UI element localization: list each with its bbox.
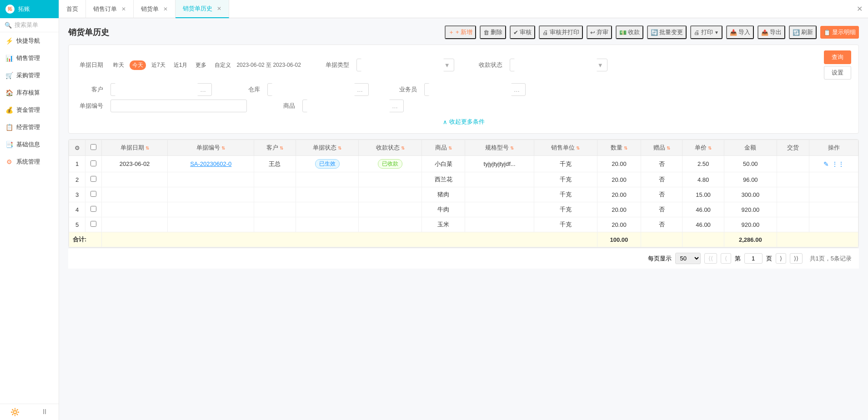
col-quantity[interactable]: 数量 ⇅	[597, 140, 641, 156]
close-window-btn[interactable]: ✕	[851, 5, 868, 13]
more-icon-1[interactable]: ⋮⋮	[832, 160, 844, 168]
sidebar-item-label-quick-nav: 快捷导航	[16, 37, 40, 45]
export-button[interactable]: 📤 导出	[758, 25, 785, 39]
per-page-select[interactable]: 50 100 200	[675, 253, 701, 264]
sales-unit-5: 千克	[534, 217, 597, 232]
sidebar-item-finance[interactable]: 💰 资金管理	[0, 101, 59, 119]
col-spec-model[interactable]: 规格型号 ⇅	[465, 140, 534, 156]
salesperson-ellipsis-btn[interactable]: …	[512, 86, 522, 93]
setting-button[interactable]: 设置	[824, 66, 851, 80]
col-sales-unit[interactable]: 销售单位 ⇅	[534, 140, 597, 156]
tab-sales-order[interactable]: 销售订单 ✕	[86, 0, 134, 18]
col-actions: 操作	[809, 140, 858, 156]
customer-ellipsis-btn[interactable]: …	[198, 86, 208, 93]
sidebar-item-system-mgmt[interactable]: ⚙ 系统管理	[0, 153, 59, 170]
batch-change-button[interactable]: 🔄 批量变更	[647, 25, 687, 39]
select-all-checkbox[interactable]	[90, 144, 96, 150]
row-checkbox-1[interactable]	[90, 160, 96, 166]
doc-no-1[interactable]: SA-20230602-0	[168, 156, 254, 172]
delete-button[interactable]: 🗑 删除	[480, 25, 506, 39]
filter-collapse-btn[interactable]: ∧ 收起更多条件	[76, 116, 851, 128]
audit-button[interactable]: ✔ 审核	[510, 25, 535, 39]
col-doc-no[interactable]: 单据编号 ⇅	[168, 140, 254, 156]
doc-no-input[interactable]	[110, 100, 247, 112]
col-goods[interactable]: 商品 ⇅	[422, 140, 465, 156]
payment-status-input[interactable]	[514, 59, 597, 71]
col-gift[interactable]: 赠品 ⇅	[641, 140, 682, 156]
customer-input[interactable]	[115, 83, 198, 96]
row-checkbox-5[interactable]	[90, 221, 96, 227]
transaction-2	[777, 172, 809, 187]
col-customer[interactable]: 客户 ⇅	[254, 140, 296, 156]
checkbox-2[interactable]	[85, 172, 102, 187]
doc-type-input[interactable]	[361, 59, 444, 71]
audit-print-button[interactable]: 🖨 审核并打印	[539, 25, 583, 39]
tab-sales-order-close[interactable]: ✕	[121, 6, 126, 12]
tab-sales-delivery[interactable]: 销货单 ✕	[134, 0, 176, 18]
refresh-button[interactable]: 🔃 刷新	[789, 25, 817, 39]
shortcut-today[interactable]: 今天	[130, 60, 146, 70]
col-checkbox-header[interactable]	[85, 140, 102, 156]
tab-sales-delivery-close[interactable]: ✕	[163, 6, 168, 12]
goods-4: 牛肉	[422, 202, 465, 217]
new-button[interactable]: ＋ + 新增	[445, 25, 476, 39]
sidebar-item-quick-nav[interactable]: ⚡ 快捷导航	[0, 32, 59, 50]
tab-sales-history-close[interactable]: ✕	[217, 5, 221, 12]
payment-status-dropdown-icon[interactable]: ▼	[597, 62, 603, 69]
row-checkbox-4[interactable]	[90, 206, 96, 212]
sidebar-item-basic-info[interactable]: 📑 基础信息	[0, 136, 59, 153]
salesperson-input[interactable]	[428, 83, 512, 96]
print-icon: 🖨	[694, 29, 700, 36]
doc-type-dropdown-icon[interactable]: ▼	[444, 62, 450, 69]
sidebar-item-operations[interactable]: 📋 经营管理	[0, 119, 59, 136]
tab-bar: 首页 销售订单 ✕ 销货单 ✕ 销货单历史 ✕ ✕	[59, 0, 868, 18]
sidebar-item-purchase-mgmt[interactable]: 🛒 采购管理	[0, 67, 59, 84]
print-button[interactable]: 🖨 打印 ▼	[690, 25, 722, 39]
abandon-button[interactable]: ↩ 弃审	[587, 25, 612, 39]
shortcut-custom[interactable]: 自定义	[212, 60, 234, 70]
show-detail-button[interactable]: 📋 显示明细	[820, 26, 859, 39]
col-doc-status[interactable]: 单据状态 ⇅	[296, 140, 359, 156]
tab-home[interactable]: 首页	[59, 0, 86, 18]
import-button[interactable]: 📥 导入	[726, 25, 754, 39]
collect-button[interactable]: 💵 收款	[616, 25, 643, 39]
first-page-btn[interactable]: ⟨⟨	[704, 253, 717, 264]
tab-sales-history[interactable]: 销货单历史 ✕	[176, 0, 229, 18]
row-checkbox-3[interactable]	[90, 191, 96, 197]
col-unit-price[interactable]: 单价 ⇅	[682, 140, 724, 156]
sidebar-collapse-icon[interactable]: 🔆	[10, 408, 20, 416]
goods-ellipsis-btn[interactable]: …	[390, 103, 400, 110]
checkbox-1[interactable]	[85, 156, 102, 172]
audit-label: 审核	[520, 28, 532, 36]
export-icon: 📤	[761, 29, 768, 36]
shortcut-1month[interactable]: 近1月	[171, 60, 191, 70]
search-menu-label[interactable]: 搜索菜单	[15, 21, 38, 29]
col-amount: 金额	[724, 140, 777, 156]
warehouse-ellipsis-btn[interactable]: …	[355, 86, 365, 93]
col-payment-status[interactable]: 收款状态 ⇅	[359, 140, 422, 156]
shortcut-more[interactable]: 更多	[193, 60, 209, 70]
page-input[interactable]	[744, 253, 763, 264]
col-doc-date[interactable]: 单据日期 ⇅	[102, 140, 168, 156]
shortcut-7days[interactable]: 近7天	[149, 60, 168, 70]
last-page-btn[interactable]: ⟩⟩	[790, 253, 803, 264]
prev-page-btn[interactable]: ⟨	[721, 253, 731, 264]
next-page-btn[interactable]: ⟩	[776, 253, 786, 264]
logo-icon: 拓	[5, 5, 15, 14]
warehouse-input[interactable]	[271, 83, 355, 96]
row-checkbox-2[interactable]	[90, 176, 96, 182]
sort-doc-date-icon: ⇅	[146, 145, 149, 150]
sidebar-item-inventory[interactable]: 🏠 库存核算	[0, 84, 59, 101]
edit-icon-1[interactable]: ✎	[823, 160, 829, 168]
sidebar-pin-icon[interactable]: ⏸	[41, 408, 48, 416]
goods-input[interactable]	[306, 100, 390, 112]
col-setting[interactable]: ⚙	[69, 140, 85, 156]
checkbox-3[interactable]	[85, 187, 102, 202]
goods-2: 西兰花	[422, 172, 465, 187]
query-button[interactable]: 查询	[824, 50, 851, 64]
customer-label: 客户	[76, 85, 103, 94]
unit-price-5: 46.00	[682, 217, 724, 232]
sidebar-item-sales-mgmt[interactable]: 📊 销售管理	[0, 50, 59, 67]
sort-doc-no-icon: ⇅	[221, 145, 225, 150]
shortcut-yesterday[interactable]: 昨天	[110, 60, 127, 70]
